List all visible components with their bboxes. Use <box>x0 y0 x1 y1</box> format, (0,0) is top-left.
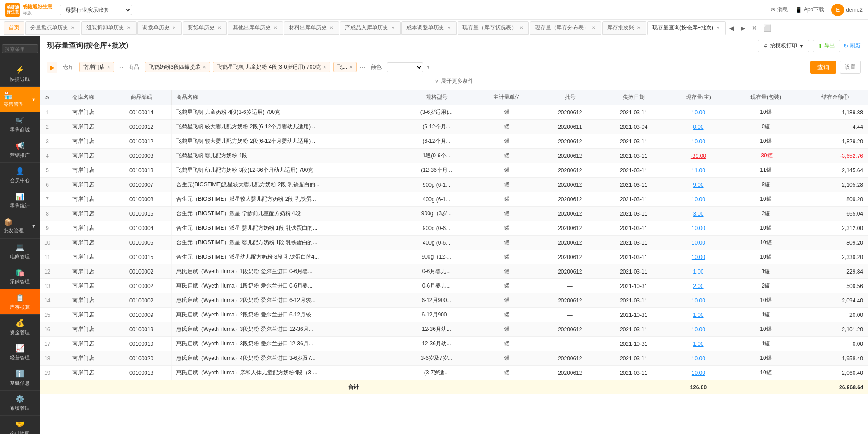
tab-req-close[interactable]: ✕ <box>217 25 222 30</box>
tab-stock-status-close[interactable]: ✕ <box>519 25 524 30</box>
settings-btn[interactable]: 设置 <box>840 61 861 74</box>
user-area[interactable]: E demo2 <box>831 4 863 16</box>
cell-spec: 12-36月幼... <box>399 337 474 351</box>
tab-next-btn[interactable]: ▶ <box>738 23 748 33</box>
product-more-btn[interactable]: ··· <box>359 63 365 71</box>
tab-req[interactable]: 要货单历史 ✕ <box>183 21 227 35</box>
cell-spec: 900g (0-6... <box>399 221 474 236</box>
cell-expiry: 2021-03-11 <box>600 163 667 178</box>
system-selector[interactable]: 母婴行业演示账套 <box>60 5 132 15</box>
tab-split-close[interactable]: ✕ <box>70 25 75 30</box>
cell-expiry: 2021-03-11 <box>600 192 667 207</box>
cell-index: 16 <box>40 322 55 337</box>
sidebar-item-retail-mgmt[interactable]: 🏪 零售管理 ▼ <box>0 87 40 112</box>
cell-name: 惠氏启赋（Wyeth illuma）2段奶粉 爱尔兰进口 6-12月较... <box>171 293 399 308</box>
tab-disassemble-close[interactable]: ✕ <box>126 25 132 30</box>
cell-warehouse: 南岸门店 <box>55 134 111 149</box>
warehouse-more-btn[interactable]: ··· <box>117 63 123 71</box>
sidebar-item-ecommerce[interactable]: 💻 电商管理 <box>0 239 40 264</box>
cell-unit: 罐 <box>474 322 540 337</box>
tab-stock-status[interactable]: 现存量（库存状况表） ✕ <box>458 21 529 35</box>
cell-batch: 20200612 <box>540 250 600 264</box>
logo-icon: 畅捷通好生意 <box>5 3 20 17</box>
tab-prev-btn[interactable]: ◀ <box>726 23 737 33</box>
cell-qty-main: 9.00 <box>667 178 730 192</box>
refresh-btn[interactable]: ↻ 刷新 <box>844 42 861 50</box>
tab-disassemble[interactable]: 组装拆卸单历史 ✕ <box>81 21 137 35</box>
print-dropdown-icon: ▼ <box>799 43 804 49</box>
tab-maximize-btn[interactable]: ⬜ <box>761 23 774 33</box>
tab-req-label: 要货单历史 <box>188 24 215 32</box>
sidebar-item-retail-shop[interactable]: 🛒 零售商城 <box>0 112 40 137</box>
tab-product-in[interactable]: 产成品入库单历史 ✕ <box>340 21 401 35</box>
print-btn[interactable]: 🖨 按模板打印 ▼ <box>758 40 809 52</box>
sidebar-item-wholesale[interactable]: 📦 批发管理 ▼ <box>0 213 40 239</box>
sidebar-item-purchase[interactable]: 🛍️ 采购管理 <box>0 264 40 289</box>
table-row: 15 南岸门店 00100009 惠氏启赋（Wyeth illuma）2段奶粉 … <box>40 308 868 322</box>
tab-other-out[interactable]: 其他出库单历史 ✕ <box>228 21 283 35</box>
sidebar-item-basic-info[interactable]: ℹ️ 基础信息 <box>0 365 40 391</box>
expand-more-btn[interactable]: ∨ 展开更多条件 <box>434 77 473 85</box>
tab-split[interactable]: 分量盘点单历史 ✕ <box>25 21 80 35</box>
tab-cost-adjust[interactable]: 成本调整单历史 ✕ <box>401 21 457 35</box>
cell-code: 00100005 <box>111 236 172 250</box>
tab-stock-dist-close[interactable]: ✕ <box>591 25 596 30</box>
sidebar-item-enterprise[interactable]: 🤝 企业协同 <box>0 416 40 434</box>
export-btn[interactable]: ⬆ 导出 <box>813 40 840 52</box>
cell-batch: 20200612 <box>540 221 600 236</box>
cell-code: 00100008 <box>111 192 172 207</box>
cell-expiry: 2021-03-11 <box>600 322 667 337</box>
tab-home[interactable]: 首页 <box>4 21 24 35</box>
sidebar-item-quick-nav[interactable]: ⚡ 快捷导航 <box>0 61 40 87</box>
sidebar-item-finance[interactable]: 💰 资金管理 <box>0 315 40 340</box>
filter-expand-left-btn[interactable]: ▶ <box>47 62 57 73</box>
tab-product-in-close[interactable]: ✕ <box>390 25 396 30</box>
sidebar-item-operations[interactable]: 📈 经营管理 <box>0 340 40 365</box>
tab-current-stock[interactable]: 现存量查询(按仓库+批次) ✕ <box>647 21 726 35</box>
sidebar-item-inventory[interactable]: 📋 库存核算 <box>0 289 40 315</box>
cell-expiry: 2021-03-11 <box>600 149 667 163</box>
col-settings[interactable]: ⚙ <box>40 90 55 105</box>
sidebar-item-system[interactable]: ⚙️ 系统管理 <box>0 391 40 416</box>
tab-product-in-label: 产成品入库单历史 <box>345 24 388 32</box>
cell-name: 惠氏启赋（Wyeth illuma）1段奶粉 爱尔兰进口 0-6月婴... <box>171 279 399 293</box>
messages-btn[interactable]: ✉ 消息 <box>771 6 788 14</box>
tab-current-stock-close[interactable]: ✕ <box>715 25 721 30</box>
color-select[interactable] <box>387 62 423 72</box>
tab-cost-adjust-close[interactable]: ✕ <box>446 25 452 30</box>
tab-material-out[interactable]: 材料出库单历史 ✕ <box>284 21 339 35</box>
wholesale-icon: 📦 <box>4 218 13 226</box>
product-tag-2-remove[interactable]: ✕ <box>323 65 326 70</box>
refresh-label: 刷新 <box>850 42 861 50</box>
app-download-btn[interactable]: 📱 App下载 <box>795 6 824 14</box>
print-icon: 🖨 <box>763 43 768 49</box>
cell-index: 1 <box>40 105 55 120</box>
tab-mix-close[interactable]: ✕ <box>171 25 177 30</box>
cell-code: 00100015 <box>111 250 172 264</box>
sidebar-item-marketing[interactable]: 📢 营销推广 <box>0 137 40 163</box>
app-download-label: App下载 <box>804 6 824 14</box>
tab-batch-voucher[interactable]: 库存批次账 ✕ <box>602 21 646 35</box>
tab-other-out-close[interactable]: ✕ <box>273 25 278 30</box>
query-btn[interactable]: 查询 <box>810 61 836 74</box>
tab-mix[interactable]: 调拨单历史 ✕ <box>137 21 182 35</box>
tab-stock-dist[interactable]: 现存量（库存分布表） ✕ <box>530 21 601 35</box>
warehouse-tag-remove[interactable]: ✕ <box>107 65 110 70</box>
product-tag-1-remove[interactable]: ✕ <box>203 65 206 70</box>
sidebar-item-retail-stats[interactable]: 📊 零售统计 <box>0 188 40 213</box>
tab-batch-voucher-close[interactable]: ✕ <box>636 25 642 30</box>
product-tag-2-text: 飞鹤星飞帆 儿童奶粉 4段(3-6岁适用) 700克 <box>217 63 321 71</box>
sidebar-item-member-center[interactable]: 👤 会员中心 <box>0 163 40 188</box>
cell-name: 飞鹤星飞帆 婴儿配方奶粉 1段 <box>171 149 399 163</box>
marketing-label: 营销推广 <box>10 152 30 159</box>
search-menu-input[interactable] <box>2 44 38 53</box>
tab-close-all-btn[interactable]: ✕ <box>749 23 760 33</box>
table-row: 19 南岸门店 00100018 惠氏启赋（Wyeth illuma）亲和人体儿… <box>40 366 868 380</box>
product-tag-3-remove[interactable]: ✕ <box>349 65 353 70</box>
product-tag-1-text: 飞鹤奶粉3段四罐提装 <box>149 63 201 71</box>
cell-index: 4 <box>40 149 55 163</box>
print-label: 按模板打印 <box>770 42 797 50</box>
tab-material-out-close[interactable]: ✕ <box>329 25 334 30</box>
cell-code: 00100002 <box>111 279 172 293</box>
cell-batch: 20200612 <box>540 236 600 250</box>
